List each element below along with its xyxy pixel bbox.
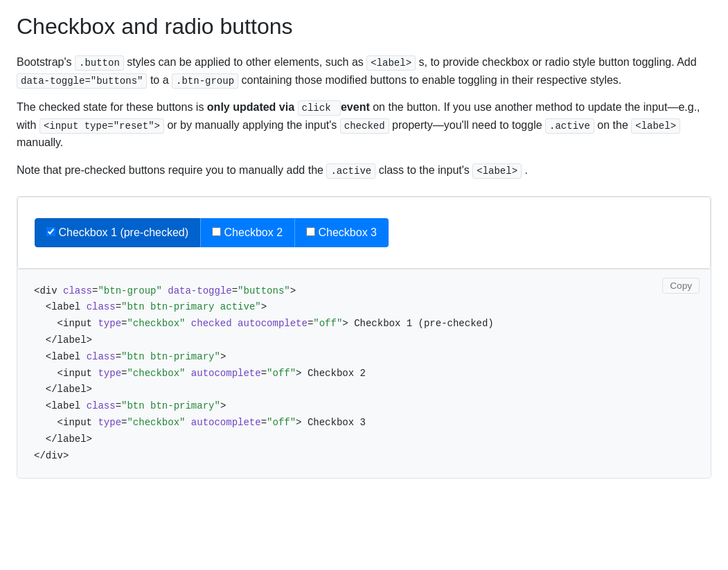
paragraph-2: The checked state for these buttons is o… [17,98,711,152]
checkbox-3-text: Checkbox 3 [319,226,378,238]
checkbox-2-input[interactable] [212,227,221,236]
checkbox-2-label[interactable]: Checkbox 2 [200,218,294,247]
p2-or: or by manually applying the input's [167,119,339,131]
page-title: Checkbox and radio buttons [17,14,711,39]
p2-start: The checked state for these buttons is [17,101,207,113]
p3-class: class to the input's [379,164,473,176]
active-code-2: .active [326,163,375,179]
p1-s: s, to provide checkbox or radio style bu… [419,56,697,68]
label-code-1: <label> [366,55,416,71]
p2-manually: manually. [17,136,63,148]
p2-event-bold: event [341,101,370,113]
copy-button[interactable]: Copy [662,278,700,294]
p2-property: property—you'll need to toggle [392,119,545,131]
code-block: Copy <div class="btn-group" data-toggle=… [17,269,711,479]
checkbox-btn-group: Checkbox 1 (pre-checked) Checkbox 2 Chec… [35,218,389,247]
p1-to-a: to a [150,74,172,86]
checkbox-3-label[interactable]: Checkbox 3 [294,218,389,247]
active-code-1: .active [545,118,594,134]
data-toggle-code: data-toggle="buttons" [17,73,147,89]
p1-bootstrap: Bootstrap's [17,56,72,68]
p3-end: . [525,164,528,176]
p2-bold: only updated via [207,101,294,113]
paragraph-1: Bootstrap's .button styles can be applie… [17,53,711,89]
checkbox-1-text: Checkbox 1 (pre-checked) [58,226,188,238]
demo-and-code-section: Checkbox 1 (pre-checked) Checkbox 2 Chec… [17,196,711,479]
checkbox-3-input[interactable] [306,227,315,236]
checkbox-1-label[interactable]: Checkbox 1 (pre-checked) [35,218,200,247]
code-pre: <div class="btn-group" data-toggle="butt… [34,283,694,465]
checkbox-2-text: Checkbox 2 [224,226,283,238]
demo-box: Checkbox 1 (pre-checked) Checkbox 2 Chec… [17,197,711,269]
p3-start: Note that pre-checked buttons require yo… [17,164,326,176]
btn-group-code: .btn-group [172,73,238,89]
label-code-2: <label> [631,118,680,134]
button-code: .button [75,55,124,71]
p1-end: containing those modified buttons to ena… [242,74,622,86]
paragraph-3: Note that pre-checked buttons require yo… [17,161,711,179]
checked-code: checked [340,118,389,134]
input-reset-code: <input type="reset"> [39,118,164,134]
label-code-3: <label> [472,163,522,179]
checkbox-1-input[interactable] [46,227,55,236]
p1-styles: styles can be applied to other elements,… [127,56,366,68]
p2-on-the: on the [597,119,631,131]
click-code: click [298,100,341,116]
